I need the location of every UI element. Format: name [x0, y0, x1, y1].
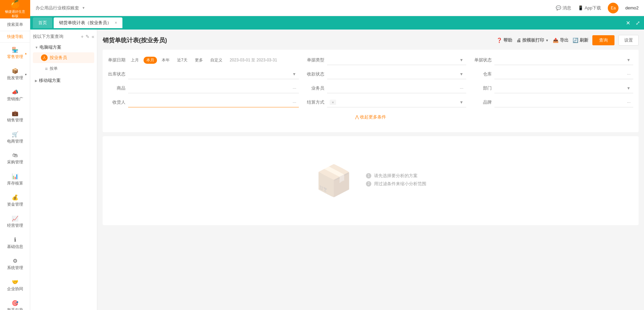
sidebar-item-sales-label: 销售管理 — [7, 118, 23, 122]
wholesale-icon: 📦 — [0, 68, 30, 74]
settlement-select[interactable]: × ▼ — [327, 97, 466, 107]
bill-status-select[interactable]: ▼ — [494, 55, 633, 65]
filter-row-3: 商品 ··· 业务员 ··· 部门 — [108, 83, 633, 93]
date-btn-this-month[interactable]: 本月 — [144, 57, 157, 64]
receipt-status-select[interactable]: ▼ — [327, 69, 466, 79]
query-btn[interactable]: 查询 — [592, 35, 614, 45]
filter-row-4: 收货人 ··· 结算方式 × ▼ — [108, 97, 633, 107]
sidebar-item-retail[interactable]: 🏪 零售管理 — [0, 43, 30, 64]
export-btn[interactable]: 📤 导出 — [553, 37, 569, 43]
logo-subtitle: 标版 — [12, 14, 18, 18]
mobile-scheme-group: ▶ 移动端方案 — [33, 76, 94, 85]
sidebar-item-newbie[interactable]: 🎯 新手引导 — [0, 296, 30, 310]
filter-consignee: 收货人 ··· — [108, 97, 299, 107]
sidebar-item-basic-label: 基础信息 — [7, 244, 23, 249]
scheme-item-bill[interactable]: ≡ 按单 — [33, 64, 94, 73]
sidebar-search[interactable]: 搜索菜单 — [0, 18, 30, 31]
salesman-dots[interactable]: ··· — [460, 86, 464, 91]
mobile-scheme-group-header[interactable]: ▶ 移动端方案 — [33, 76, 94, 85]
add-scheme-btn[interactable]: + — [81, 34, 84, 39]
refresh-btn[interactable]: 🔄 刷新 — [573, 37, 588, 43]
goods-label: 商品 — [108, 85, 128, 91]
retail-icon: 🏪 — [0, 47, 30, 53]
inventory-icon: 📊 — [0, 173, 30, 179]
sidebar-item-ecommerce[interactable]: 🛒 电商管理 — [0, 127, 30, 148]
side-panel-title: 按以下方案查询 — [33, 34, 63, 40]
app-download-btn[interactable]: 📱 App下载 — [578, 5, 601, 11]
tab-close-all-btn[interactable]: ✕ — [625, 18, 632, 28]
filter-goods: 商品 ··· — [108, 83, 299, 93]
sidebar-item-marketing[interactable]: 📣 营销推广 — [0, 85, 30, 106]
date-btn-this-year[interactable]: 本年 — [159, 57, 172, 64]
workspace-dropdown-arrow[interactable]: ▼ — [82, 6, 85, 10]
tab-home[interactable]: 首页 — [33, 17, 52, 28]
sidebar-item-inventory[interactable]: 📊 库存核算 — [0, 169, 30, 190]
message-label: 消息 — [562, 5, 571, 11]
warehouse-label: 仓库 — [474, 71, 494, 77]
app-logo[interactable]: 🍊 畅捷通好生意 标版 — [0, 0, 30, 18]
sidebar-item-finance[interactable]: 💰 资金管理 — [0, 190, 30, 211]
top-header: 办公用品行业模拟账套 ▼ 💬 消息 📱 App下载 Ea demo2 — [30, 0, 644, 16]
date-btn-custom[interactable]: 自定义 — [208, 57, 225, 64]
mobile-group-arrow: ▶ — [35, 79, 38, 83]
help-btn[interactable]: ❓ 帮助 — [496, 37, 512, 43]
filter-bill-status: 单据状态 ▼ — [474, 55, 633, 65]
filter-dept: 部门 ▼ — [474, 83, 633, 93]
workspace-selector[interactable]: 办公用品行业模拟账套 ▼ — [36, 5, 85, 11]
print-dropdown-arrow[interactable]: ▼ — [545, 39, 549, 42]
brand-dots[interactable]: ··· — [627, 100, 631, 105]
logo-text: 畅捷通好生意 — [5, 9, 25, 14]
sidebar-item-sales[interactable]: 💼 销售管理 — [0, 106, 30, 127]
sidebar-item-inventory-label: 库存核算 — [7, 181, 23, 186]
bill-type-select[interactable]: ▼ — [327, 55, 466, 65]
sidebar-item-system[interactable]: ⚙ 系统管理 — [0, 254, 30, 275]
brand-select[interactable]: ··· — [494, 97, 633, 107]
sidebar-item-purchase[interactable]: 🛍 采购管理 — [0, 148, 30, 169]
sidebar-item-operations[interactable]: 📈 经营管理 — [0, 211, 30, 232]
sidebar-item-basic[interactable]: ℹ 基础信息 — [0, 232, 30, 254]
edit-scheme-btn[interactable]: ✎ — [86, 34, 90, 39]
side-panel-header: 按以下方案查询 + ✎ « — [33, 34, 94, 40]
warehouse-dots[interactable]: ··· — [627, 71, 631, 76]
settlement-tag-close[interactable]: × — [332, 100, 334, 104]
scheme-item-salesman[interactable]: 人 按业务员 — [33, 52, 94, 63]
consignee-dots[interactable]: ··· — [292, 100, 296, 105]
tab-sales-report[interactable]: 销货单统计表（按业务员） × — [54, 17, 122, 28]
empty-state: 📦 1 请先选择要分析的方案 2 用过滤条件来缩小分析范围 — [103, 136, 639, 225]
dept-arrow: ▼ — [627, 86, 631, 91]
date-btn-last-month[interactable]: 上月 — [128, 57, 142, 64]
print-label: 按模板打印 — [522, 37, 544, 43]
consignee-input[interactable]: ··· — [128, 97, 299, 107]
print-btn[interactable]: 🖨 按模板打印 ▼ — [516, 37, 549, 43]
tab-expand-btn[interactable]: ⤢ — [634, 18, 641, 28]
message-icon: 💬 — [556, 5, 561, 10]
collapse-bar[interactable]: ⋀ 收起更多条件 — [108, 111, 633, 123]
settlement-tag: × — [330, 100, 336, 105]
system-icon: ⚙ — [0, 258, 30, 264]
operations-icon: 📈 — [0, 215, 30, 222]
content-area: 按以下方案查询 + ✎ « ▼ 电脑端方案 人 按业务员 ≡ — [30, 30, 644, 310]
tip-num-2: 2 — [366, 181, 371, 187]
pc-scheme-group: ▼ 电脑端方案 人 按业务员 ≡ 按单 — [33, 43, 94, 73]
date-btn-more[interactable]: 更多 — [192, 57, 206, 64]
avatar[interactable]: Ea — [608, 3, 619, 13]
collapse-panel-btn[interactable]: « — [92, 34, 94, 39]
tab-close-btn[interactable]: × — [115, 20, 117, 25]
message-btn[interactable]: 💬 消息 — [556, 5, 571, 11]
sidebar-item-wholesale[interactable]: 📦 批发管理 — [0, 64, 30, 85]
warehouse-select[interactable]: ··· — [494, 69, 633, 79]
sidebar-item-cooperation[interactable]: 🤝 企业协同 — [0, 275, 30, 296]
empty-tip-2-text: 用过滤条件来缩小分析范围 — [374, 181, 426, 187]
settings-btn[interactable]: 设置 — [619, 35, 639, 46]
filter-bill-type: 单据类型 ▼ — [307, 55, 466, 65]
salesman-select[interactable]: ··· — [327, 83, 466, 93]
empty-tips: 1 请先选择要分析的方案 2 用过滤条件来缩小分析范围 — [366, 173, 426, 189]
pc-scheme-group-header[interactable]: ▼ 电脑端方案 — [33, 43, 94, 52]
out-status-select[interactable]: ▼ — [128, 69, 299, 79]
sidebar-quick-nav[interactable]: 快捷导航 — [0, 31, 30, 43]
goods-dots[interactable]: ··· — [292, 86, 296, 91]
consignee-label: 收货人 — [108, 99, 128, 105]
date-btn-7days[interactable]: 近7天 — [174, 57, 190, 64]
goods-select[interactable]: ··· — [128, 83, 299, 93]
dept-select[interactable]: ▼ — [494, 83, 633, 93]
